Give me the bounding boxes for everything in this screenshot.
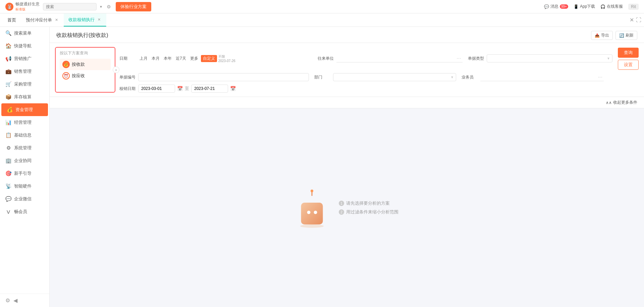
sidebar-item-search-menu[interactable]: 🔍 搜索菜单 (0, 27, 49, 40)
receipt-scheme-icon: 💰 (62, 61, 70, 68)
query-button[interactable]: 查询 (618, 48, 639, 58)
industry-btn[interactable]: 休验行业方案 (116, 2, 151, 11)
top-bar-right: 💬 消息 99+ 📱 App下载 🎧 在线客服 Rit (544, 4, 639, 10)
partner-label: 往来单位 (318, 56, 334, 61)
tab-home[interactable]: 首页 (3, 13, 21, 27)
collapse-more-bar: ∧∧ 收起更多条件 (50, 97, 644, 108)
tab-close-icon[interactable]: ✕ (630, 17, 634, 23)
sidebar-item-purchase[interactable]: 🛒 采购管理 (0, 78, 49, 91)
gear-icon[interactable]: ⚙ (107, 4, 111, 9)
refresh-button[interactable]: 🔄 刷新 (615, 31, 637, 40)
content-area: 收款核销执行(按收款) 📤 导出 🔄 刷新 按以下方案查询 💰 按收款 (50, 27, 644, 307)
filter-field-salesperson: 业务员 ··· (462, 73, 604, 81)
sidebar-bottom: ⚙ ◀ (0, 294, 49, 307)
salesperson-label: 业务员 (462, 74, 478, 80)
sidebar-item-member[interactable]: V 畅会员 (0, 205, 49, 218)
system-icon: ⚙ (5, 145, 11, 151)
collapse-left-btn[interactable]: » (113, 66, 119, 73)
tab-prepay[interactable]: 预付冲应付单 ✕ (21, 13, 64, 27)
chevron-down-icon[interactable]: ▾ (100, 4, 102, 9)
user-avatar[interactable]: Rit (628, 4, 639, 10)
home-icon: 🏠 (5, 43, 11, 49)
filter-option-receipt[interactable]: 💰 按收款 (60, 59, 111, 70)
verify-date-start-input[interactable] (138, 85, 175, 93)
finance-icon: 💰 (7, 107, 13, 113)
sidebar-item-operations[interactable]: 📊 经营管理 (0, 116, 49, 129)
hardware-icon: 📡 (5, 183, 11, 189)
service-icon: 🎧 (600, 4, 605, 9)
hint-text-1: 请先选择要分析的方案 (346, 200, 390, 206)
sidebar-item-inventory[interactable]: 📦 库存核算 (0, 91, 49, 103)
date-tab-this-year[interactable]: 本年 (162, 55, 173, 62)
sidebar-item-marketing[interactable]: 📢 营销推广 (0, 52, 49, 65)
verify-date-end-cal-icon[interactable]: 📅 (230, 86, 236, 91)
sidebar-item-finance[interactable]: 💰 资金管理 (1, 103, 48, 116)
enterprise-icon: 🏢 (5, 158, 11, 164)
empty-hint-text: 1 请先选择要分析的方案 2 用过滤条件来缩小分析范围 (339, 200, 398, 215)
date-tab-last-month[interactable]: 上月 (138, 55, 149, 62)
doctype-select[interactable]: ▾ (487, 54, 612, 62)
sidebar: 🔍 搜索菜单 🏠 快捷导航 📢 营销推广 💼 销售管理 🛒 采购管理 📦 库存核… (0, 27, 50, 307)
hint-num-2: 2 (339, 209, 344, 215)
online-service-btn[interactable]: 🎧 在线客服 (600, 4, 623, 9)
filter-field-docnumber: 单据编号 (119, 73, 309, 81)
empty-hint-2: 2 用过滤条件来缩小分析范围 (339, 209, 398, 215)
export-button[interactable]: 📤 导出 (591, 31, 613, 40)
docnumber-input[interactable] (138, 73, 309, 81)
settings-icon[interactable]: ⚙ (5, 297, 10, 304)
sidebar-item-system[interactable]: ⚙ 系统管理 (0, 142, 49, 154)
search-menu-icon: 🔍 (5, 30, 11, 36)
filter-row-3: 核销日期 📅 至 📅 (119, 85, 639, 93)
sidebar-item-basic-info[interactable]: 📋 基础信息 (0, 129, 49, 142)
sidebar-item-hardware[interactable]: 📡 智能硬件 (0, 180, 49, 193)
date-tab-this-month[interactable]: 本月 (150, 55, 161, 62)
tab-receipts[interactable]: 收款核销执行 ✕ (64, 13, 106, 27)
app-name: 畅捷通好生意 (15, 1, 40, 7)
date-tab-more[interactable]: 更多 (189, 55, 200, 62)
filter-field-doctype: 单据类型 ▾ (468, 54, 612, 62)
app-download-btn[interactable]: 📱 App下载 (574, 4, 595, 9)
salesperson-more-icon[interactable]: ··· (598, 74, 602, 80)
filter-field-date: 日期 上月 本月 本年 近7天 更多 自定义 不限 2023-07-26 (119, 54, 312, 63)
doctype-label: 单据类型 (468, 56, 485, 61)
filter-option-receivable[interactable]: ⏰ 按应收 (60, 70, 111, 82)
top-bar: 🐰 畅捷通好生意 标准版 ▾ ⚙ 休验行业方案 💬 消息 99+ 📱 App下载… (0, 0, 644, 13)
tab-close-receipts[interactable]: ✕ (97, 17, 101, 22)
tab-close-prepay[interactable]: ✕ (54, 18, 59, 22)
partner-more-icon[interactable]: ··· (457, 55, 461, 61)
collapse-more-btn[interactable]: ∧∧ 收起更多条件 (606, 100, 637, 105)
sidebar-item-enterprise[interactable]: 🏢 企业协同 (0, 154, 49, 167)
date-range: 📅 至 📅 (138, 85, 236, 93)
docnumber-label: 单据编号 (119, 74, 136, 80)
verify-date-label: 核销日期 (119, 86, 136, 92)
setting-button[interactable]: 设置 (618, 60, 639, 70)
sidebar-item-sales[interactable]: 💼 销售管理 (0, 65, 49, 78)
verify-date-start-cal-icon[interactable]: 📅 (177, 86, 183, 91)
date-label: 日期 (119, 56, 136, 61)
tab-expand-icon[interactable]: ⛶ (636, 17, 641, 23)
empty-hint-1: 1 请先选择要分析的方案 (339, 200, 398, 206)
sidebar-item-quick-nav[interactable]: 🏠 快捷导航 (0, 40, 49, 52)
date-to-value: 2023-07-26 (218, 59, 235, 63)
inventory-icon: 📦 (5, 94, 11, 100)
verify-date-end-input[interactable] (191, 85, 228, 93)
date-tab-7days[interactable]: 近7天 (174, 55, 187, 62)
message-btn[interactable]: 💬 消息 99+ (544, 4, 568, 9)
tab-bar-actions: ✕ ⛶ (630, 17, 641, 23)
logo-icon: 🐰 (5, 3, 13, 11)
member-icon: V (5, 209, 11, 215)
filter-row-2: 单据编号 部门 ▾ 业务员 ··· (119, 73, 639, 81)
page-header: 收款核销执行(按收款) 📤 导出 🔄 刷新 (50, 27, 644, 43)
date-tab-custom[interactable]: 自定义 (201, 55, 217, 62)
collapse-sidebar-icon[interactable]: ◀ (13, 297, 17, 304)
sidebar-item-wechat[interactable]: 💬 企业微信 (0, 193, 49, 205)
app-logo: 🐰 畅捷通好生意 标准版 (5, 1, 40, 12)
operations-icon: 📊 (5, 119, 11, 125)
page-header-actions: 📤 导出 🔄 刷新 (591, 31, 637, 40)
department-label: 部门 (314, 74, 331, 80)
filter-panel: 按以下方案查询 💰 按收款 ⏰ 按应收 » 日期 (50, 43, 644, 97)
filter-field-department: 部门 ▾ (314, 73, 457, 81)
search-input[interactable] (43, 3, 97, 10)
sidebar-item-guide[interactable]: 🎯 新手引导 (0, 167, 49, 180)
department-select[interactable]: ▾ (333, 73, 457, 81)
